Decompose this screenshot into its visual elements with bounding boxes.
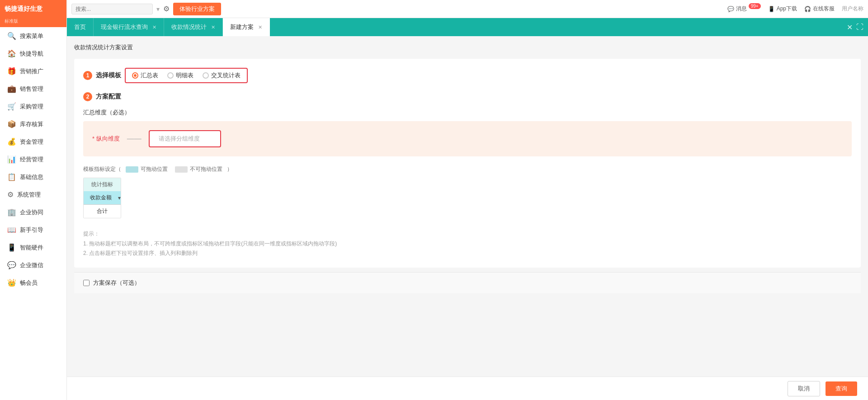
- dimension-row: * 纵向维度 —— 请选择分组维度: [92, 130, 843, 147]
- indicator-title: 模板指标设定（: [83, 165, 121, 173]
- tab-cashflow[interactable]: 现金银行流水查询 ✕: [94, 18, 164, 36]
- sidebar-item-quick-nav[interactable]: 🏠 快捷导航: [0, 45, 66, 62]
- weixin-icon: 💬: [7, 261, 16, 269]
- stats-total-row: 合计: [84, 205, 121, 218]
- close-paren: ）: [227, 165, 232, 173]
- sidebar-label: 库存核算: [20, 120, 43, 128]
- sales-icon: 💼: [7, 85, 16, 93]
- search-icon: 🔍: [7, 32, 16, 40]
- dropdown-icon[interactable]: ▾: [156, 5, 160, 13]
- message-icon: 💬: [727, 6, 734, 12]
- tab-new-plan[interactable]: 新建方案 ✕: [223, 18, 270, 36]
- radio-cross[interactable]: 交叉统计表: [203, 71, 241, 80]
- base-info-icon: 📋: [7, 173, 16, 181]
- radio-detail[interactable]: 明细表: [167, 71, 193, 80]
- query-button[interactable]: 查询: [826, 381, 857, 396]
- search-input[interactable]: [71, 4, 153, 14]
- sidebar-item-smart-hw[interactable]: 📱 智能硬件: [0, 239, 66, 256]
- sidebar-label: 经营管理: [20, 155, 43, 164]
- download-icon: 📱: [768, 6, 775, 12]
- sidebar-item-search-menu[interactable]: 🔍 搜索菜单: [0, 27, 66, 45]
- sidebar-label: 智能硬件: [20, 244, 43, 252]
- draggable-legend-box: [126, 166, 138, 173]
- stats-indicator-name: 收款金额: [84, 191, 118, 204]
- tab-close-icon[interactable]: ✕: [211, 24, 215, 30]
- sidebar-item-sales[interactable]: 💼 销售管理: [0, 80, 66, 98]
- tips-item-1: 1. 拖动标题栏可以调整布局，不可跨维度或指标区域拖动栏目字段(只能在同一维度或…: [83, 240, 337, 247]
- tab-label: 现金银行流水查询: [101, 23, 148, 31]
- gift-icon: 🎁: [7, 67, 16, 75]
- sidebar-label: 畅会员: [20, 279, 38, 287]
- footer-actions: 取消 查询: [67, 376, 868, 400]
- indicator-label-row: 模板指标设定（ 可拖动位置 不可拖动位置 ）: [83, 165, 852, 173]
- sidebar-item-purchase[interactable]: 🛒 采购管理: [0, 98, 66, 115]
- indicator-settings: 模板指标设定（ 可拖动位置 不可拖动位置 ）: [83, 165, 852, 220]
- inventory-icon: 📦: [7, 120, 16, 128]
- dimension-section-title: 汇总维度（必选）: [83, 108, 852, 117]
- save-checkbox[interactable]: [83, 280, 90, 286]
- stats-indicator-row: 收款金额 ▾: [84, 191, 121, 205]
- sidebar-label: 新手引导: [20, 226, 43, 234]
- sidebar-label: 企业微信: [20, 261, 43, 269]
- sidebar-label: 资金管理: [20, 138, 43, 146]
- download-label: App下载: [777, 5, 797, 13]
- message-badge: 99+: [749, 3, 761, 9]
- radio-circle-summary: [132, 72, 138, 79]
- sidebar-label: 企业协同: [20, 208, 43, 216]
- stats-dropdown-button[interactable]: ▾: [118, 195, 121, 201]
- operation-icon: 📊: [7, 155, 16, 164]
- page-title: 收款情况统计方案设置: [74, 43, 861, 52]
- tab-label: 首页: [74, 23, 86, 31]
- download-btn[interactable]: 📱 App下载: [768, 5, 797, 13]
- beginner-icon: 📖: [7, 226, 16, 234]
- non-draggable-label: 不可拖动位置: [190, 165, 222, 173]
- sidebar-logo: 畅捷通好生意: [0, 0, 66, 18]
- step1-title: 选择模板: [96, 71, 121, 80]
- enterprise-icon: 🏢: [7, 208, 16, 216]
- tab-close-icon[interactable]: ✕: [258, 24, 262, 30]
- sidebar: 畅捷通好生意 标准版 🔍 搜索菜单 🏠 快捷导航 🎁 营销推广 💼 销售管理 🛒…: [0, 0, 67, 400]
- sidebar-item-operation[interactable]: 📊 经营管理: [0, 151, 66, 168]
- step2-badge: 2: [83, 92, 92, 101]
- tips-title: 提示：: [83, 231, 99, 237]
- sidebar-label: 基础信息: [20, 173, 43, 181]
- maximize-icon[interactable]: ⛶: [856, 23, 863, 31]
- support-icon: 🎧: [804, 6, 811, 12]
- stats-header: 统计指标: [84, 178, 121, 191]
- smart-hw-icon: 📱: [7, 243, 16, 252]
- sidebar-item-capital[interactable]: 💰 资金管理: [0, 133, 66, 151]
- cancel-button[interactable]: 取消: [788, 381, 820, 396]
- sidebar-item-member[interactable]: 👑 畅会员: [0, 274, 66, 292]
- radio-circle-detail: [167, 72, 174, 79]
- dimension-area: * 纵向维度 —— 请选择分组维度: [83, 121, 852, 156]
- sidebar-item-beginner[interactable]: 📖 新手引导: [0, 221, 66, 239]
- legend-draggable: 可拖动位置: [126, 165, 168, 173]
- sidebar-item-marketing[interactable]: 🎁 营销推广: [0, 62, 66, 80]
- gear-icon[interactable]: ⚙: [163, 5, 170, 13]
- tab-receipts[interactable]: 收款情况统计 ✕: [164, 18, 223, 36]
- app-version: 标准版: [0, 18, 66, 27]
- step2-header: 2 方案配置: [83, 92, 852, 101]
- trial-button[interactable]: 体验行业方案: [173, 3, 221, 15]
- radio-label-detail: 明细表: [176, 71, 193, 80]
- dim-row-label: * 纵向维度: [92, 135, 120, 143]
- sidebar-item-inventory[interactable]: 📦 库存核算: [0, 115, 66, 133]
- tips-section: 提示： 1. 拖动标题栏可以调整布局，不可跨维度或指标区域拖动栏目字段(只能在同…: [83, 229, 852, 259]
- message-btn[interactable]: 💬 消息 99+: [727, 5, 761, 13]
- stats-total-label: 合计: [97, 208, 108, 214]
- sidebar-item-enterprise[interactable]: 🏢 企业协同: [0, 203, 66, 221]
- sidebar-item-weixin[interactable]: 💬 企业微信: [0, 256, 66, 274]
- support-btn[interactable]: 🎧 在线客服: [804, 5, 835, 13]
- tab-home[interactable]: 首页: [67, 18, 94, 36]
- close-window-icon[interactable]: ✕: [847, 23, 853, 32]
- home-icon: 🏠: [7, 49, 16, 58]
- radio-label-summary: 汇总表: [141, 71, 158, 80]
- tab-close-icon[interactable]: ✕: [152, 24, 156, 30]
- sidebar-item-sys-manage[interactable]: ⚙ 系统管理: [0, 186, 66, 203]
- step1-badge: 1: [83, 71, 92, 80]
- dim-select-box[interactable]: 请选择分组维度: [149, 130, 221, 147]
- sidebar-item-base-info[interactable]: 📋 基础信息: [0, 168, 66, 186]
- support-label: 在线客服: [813, 5, 835, 13]
- sidebar-label: 快捷导航: [20, 50, 43, 58]
- radio-summary[interactable]: 汇总表: [132, 71, 158, 80]
